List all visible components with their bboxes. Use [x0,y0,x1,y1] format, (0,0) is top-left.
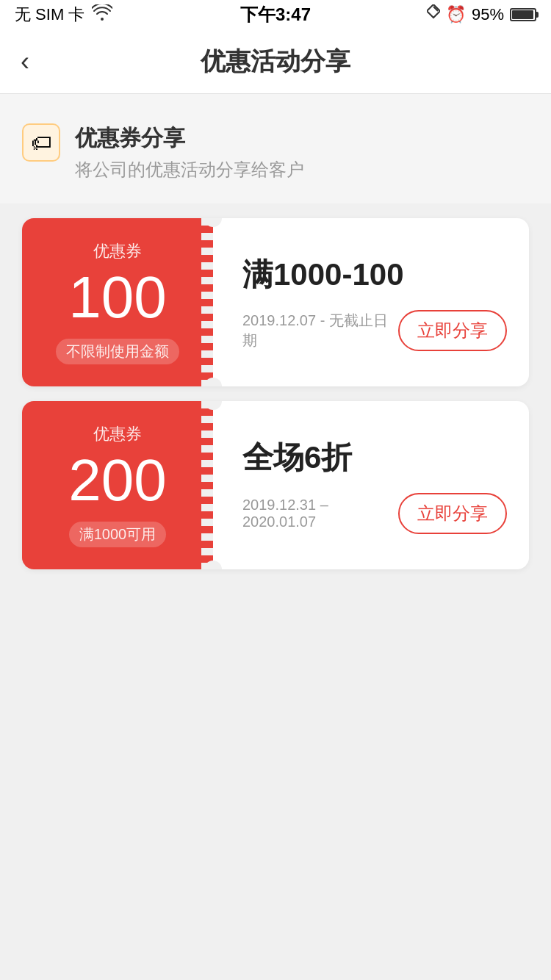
nav-title: 优惠活动分享 [201,45,350,79]
coupon-name-1: 满1000-100 [242,254,507,295]
coupon-left-1: 优惠券 100 不限制使用金额 [22,218,213,386]
coupon-card-2: 优惠券 200 满1000可用 全场6折 2019.12.31 – 2020.0… [22,401,529,569]
coupon-type-2: 优惠券 [93,423,142,445]
section-header-area: 🏷 优惠券分享 将公司的优惠活动分享给客户 [0,94,551,203]
share-button-1[interactable]: 立即分享 [398,310,507,351]
location-icon [427,4,440,25]
coupon-name-2: 全场6折 [242,437,507,478]
battery-icon [510,8,536,21]
back-button[interactable]: ‹ [21,46,29,77]
coupon-right-1: 满1000-100 2019.12.07 - 无截止日期 立即分享 [213,218,529,386]
coupon-type-1: 优惠券 [93,240,142,262]
serrated-edge-1 [201,218,213,386]
coupon-bottom-row-2: 2019.12.31 – 2020.01.07 立即分享 [242,493,507,534]
coupons-area: 优惠券 100 不限制使用金额 满1000-100 2019.12.07 - 无… [0,203,551,584]
carrier-text: 无 SIM 卡 [15,4,84,26]
section-header: 🏷 优惠券分享 将公司的优惠活动分享给客户 [22,116,529,189]
status-time: 下午3:47 [240,3,311,26]
empty-area [0,584,551,951]
section-text-group: 优惠券分享 将公司的优惠活动分享给客户 [75,123,304,181]
coupon-value-2: 200 [68,451,166,510]
section-icon: 🏷 [22,123,60,162]
serrated-edge-2 [201,401,213,569]
status-bar: 无 SIM 卡 下午3:47 ⏰ 95% [0,0,551,29]
coupon-condition-2: 满1000可用 [69,522,167,547]
section-subtitle: 将公司的优惠活动分享给客户 [75,158,304,181]
wifi-icon [92,4,112,25]
coupon-value-1: 100 [68,268,166,327]
section-title: 优惠券分享 [75,123,304,154]
coupon-date-1: 2019.12.07 - 无截止日期 [242,311,391,350]
share-button-2[interactable]: 立即分享 [398,493,507,534]
alarm-icon: ⏰ [446,5,466,24]
coupon-condition-1: 不限制使用金额 [56,339,179,364]
battery-percent: 95% [472,5,504,24]
coupon-right-2: 全场6折 2019.12.31 – 2020.01.07 立即分享 [213,401,529,569]
coupon-card-1: 优惠券 100 不限制使用金额 满1000-100 2019.12.07 - 无… [22,218,529,386]
coupon-left-2: 优惠券 200 满1000可用 [22,401,213,569]
coupon-bottom-row-1: 2019.12.07 - 无截止日期 立即分享 [242,310,507,351]
nav-bar: ‹ 优惠活动分享 [0,29,551,94]
status-right: ⏰ 95% [427,4,536,25]
status-left: 无 SIM 卡 [15,4,112,26]
coupon-date-2: 2019.12.31 – 2020.01.07 [242,497,391,530]
